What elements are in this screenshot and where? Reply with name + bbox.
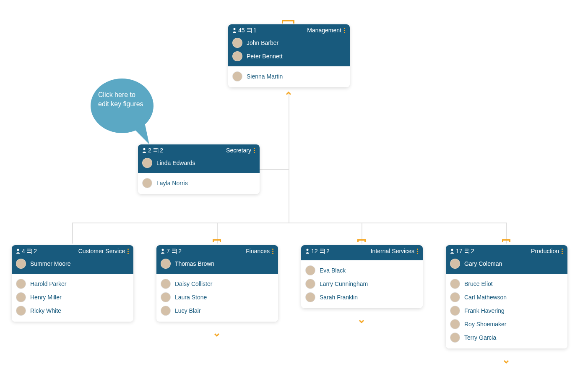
avatar	[16, 292, 26, 302]
avatar	[450, 259, 460, 269]
person-row[interactable]: Lucy Blair	[161, 304, 274, 317]
member-name: Layla Norris	[156, 180, 188, 186]
person-row[interactable]: Frank Havering	[450, 304, 563, 317]
levels-icon: ☰]	[27, 248, 32, 254]
menu-dots-icon[interactable]	[417, 249, 419, 254]
lead-name: Summer Moore	[30, 260, 70, 267]
org-card-secretary[interactable]: 2 ☰] 2 Secretary Linda Edwards Layla Nor…	[138, 144, 260, 194]
member-name: Frank Havering	[464, 307, 505, 314]
person-row[interactable]: Bruce Eliot	[450, 277, 563, 291]
org-lead-row[interactable]: Linda Edwards	[142, 156, 255, 170]
member-name: Sarah Franklin	[320, 294, 358, 301]
person-row[interactable]: Laura Stone	[161, 291, 274, 304]
avatar	[232, 38, 242, 48]
avatar	[142, 178, 152, 188]
member-name: Terry Garcia	[464, 334, 496, 341]
org-stats[interactable]: 45 ☰] 1	[232, 27, 257, 34]
tooltip-text-line2: edit key figures	[98, 100, 143, 107]
chevron-up-icon[interactable]	[285, 90, 292, 97]
org-lead-row[interactable]: Gary Coleman	[450, 257, 563, 270]
org-card-internal-services[interactable]: 12 ☰] 2 Internal Services Eva Black Larr…	[301, 245, 423, 308]
tooltip-bubble: Click here to edit key figures	[91, 79, 154, 133]
org-card-header: 4 ☰] 2 Customer Service Summer Moore	[12, 245, 133, 274]
person-row[interactable]: Sienna Martin	[232, 70, 346, 83]
menu-dots-icon[interactable]	[254, 148, 255, 153]
org-card-finances[interactable]: 7 ☰] 2 Finances Thomas Brown Daisy Colli…	[156, 245, 278, 322]
chevron-down-icon[interactable]	[358, 318, 365, 325]
person-row[interactable]: Sarah Franklin	[305, 291, 419, 304]
level-count: 1	[253, 27, 257, 34]
person-row[interactable]: Daisy Collister	[161, 277, 274, 291]
person-row[interactable]: Layla Norris	[142, 176, 255, 190]
org-card-header: 12 ☰] 2 Internal Services	[301, 245, 423, 260]
member-name: Laura Stone	[175, 294, 207, 301]
connector-horizontal-secretary	[259, 169, 289, 170]
chevron-down-icon[interactable]	[503, 359, 510, 365]
org-card-body: Bruce Eliot Carl Mathewson Frank Haverin…	[446, 274, 567, 348]
levels-icon: ☰]	[172, 248, 177, 254]
org-stats[interactable]: 2 ☰] 2	[142, 147, 163, 154]
level-count: 2	[34, 248, 37, 254]
org-card-header: 45 ☰] 1 Management John Barber Peter Ben…	[228, 24, 350, 66]
level-count: 2	[160, 147, 163, 154]
lead-name: Peter Bennett	[247, 53, 283, 60]
level-count: 2	[471, 248, 474, 254]
avatar	[305, 292, 315, 302]
org-lead-row[interactable]: Thomas Brown	[161, 257, 274, 270]
person-icon	[142, 148, 146, 153]
levels-icon: ☰]	[464, 248, 469, 254]
org-lead-row[interactable]: Summer Moore	[16, 257, 129, 270]
org-stats[interactable]: 12 ☰] 2	[305, 248, 330, 254]
person-row[interactable]: Terry Garcia	[450, 331, 563, 344]
person-row[interactable]: Larry Cunningham	[305, 277, 419, 291]
org-card-management[interactable]: 45 ☰] 1 Management John Barber Peter Ben…	[228, 24, 350, 87]
menu-dots-icon[interactable]	[344, 28, 346, 33]
avatar	[232, 71, 242, 81]
org-stats[interactable]: 7 ☰] 2	[161, 248, 182, 254]
avatar	[161, 259, 171, 269]
avatar	[305, 279, 315, 289]
lead-name: Thomas Brown	[175, 260, 214, 267]
dept-name: Production	[531, 248, 559, 254]
bracket-finances-icon	[213, 239, 221, 242]
person-row[interactable]: Roy Shoemaker	[450, 317, 563, 331]
person-row[interactable]: Eva Black	[305, 264, 419, 277]
menu-dots-icon[interactable]	[562, 249, 563, 254]
menu-dots-icon[interactable]	[127, 249, 129, 254]
org-lead-row[interactable]: Peter Bennett	[232, 50, 346, 63]
levels-icon: ☰]	[320, 248, 325, 254]
avatar	[16, 306, 26, 316]
svg-point-1	[143, 148, 146, 150]
person-row[interactable]: Ricky White	[16, 304, 129, 317]
levels-icon: ☰]	[153, 147, 158, 153]
member-name: Harold Parker	[30, 280, 66, 287]
org-lead-row[interactable]: John Barber	[232, 36, 346, 50]
chevron-down-icon[interactable]	[213, 332, 220, 338]
person-row[interactable]: Harold Parker	[16, 277, 129, 291]
avatar	[142, 158, 152, 168]
tooltip-text-line1: Click here to	[98, 91, 135, 98]
person-icon	[450, 249, 454, 254]
avatar	[450, 333, 460, 343]
connector-horizontal-children	[72, 223, 507, 223]
org-card-body: Eva Black Larry Cunningham Sarah Frankli…	[301, 260, 423, 308]
org-card-customer-service[interactable]: 4 ☰] 2 Customer Service Summer Moore Har…	[12, 245, 133, 322]
person-icon	[161, 249, 165, 254]
avatar	[450, 306, 460, 316]
person-row[interactable]: Henry Miller	[16, 291, 129, 304]
dept-name: Secretary	[226, 147, 251, 154]
people-count: 17	[456, 248, 463, 254]
member-name: Ricky White	[30, 307, 61, 314]
member-name: Daisy Collister	[175, 280, 212, 287]
people-count: 7	[167, 248, 170, 254]
org-card-production[interactable]: 17 ☰] 2 Production Gary Coleman Bruce El…	[446, 245, 567, 348]
org-stats[interactable]: 17 ☰] 2	[450, 248, 474, 254]
svg-point-4	[307, 249, 309, 251]
dept-name: Customer Service	[78, 248, 125, 254]
org-stats[interactable]: 4 ☰] 2	[16, 248, 37, 254]
person-row[interactable]: Carl Mathewson	[450, 291, 563, 304]
member-name: Roy Shoemaker	[464, 321, 506, 327]
menu-dots-icon[interactable]	[272, 249, 274, 254]
member-name: Sienna Martin	[247, 73, 283, 80]
svg-point-2	[17, 249, 19, 251]
